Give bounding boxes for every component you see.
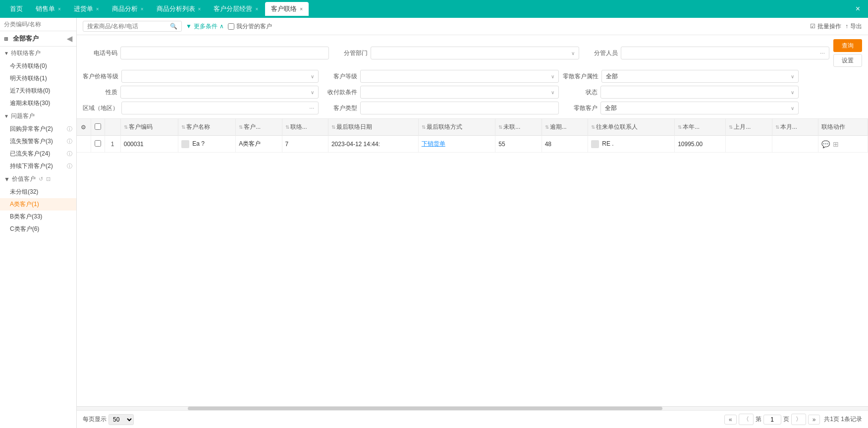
sidebar-section-pending[interactable]: ▼ 待联络客户	[0, 47, 76, 60]
phone-input[interactable]	[120, 47, 329, 59]
sidebar-item-b-class[interactable]: B类客户(33)	[0, 211, 76, 223]
sidebar-item-already-lost[interactable]: 已流失客户(24) ⓘ	[0, 148, 76, 160]
nav-tab-sales[interactable]: 销售单 ×	[30, 2, 67, 16]
query-button[interactable]: 查询	[833, 39, 862, 52]
select-all-checkbox[interactable]	[95, 123, 101, 130]
row-checkbox[interactable]	[95, 140, 101, 147]
customer-table: ⚙ ⇅客户编码 ⇅客户名称 ⇅客户... ⇅联络... ⇅最后联络日期 ⇅最后联…	[77, 119, 868, 153]
sidebar-item-7days[interactable]: 近7天待联络(0)	[0, 85, 76, 97]
region-input[interactable]: ···	[121, 102, 319, 114]
prev-unit-header[interactable]: ⇅往来单位联系人	[588, 119, 674, 136]
nav-tab-purchase[interactable]: 进货单 ×	[68, 2, 105, 16]
name-header[interactable]: ⇅客户名称	[178, 119, 235, 136]
close-customer-segment-icon[interactable]: ×	[255, 6, 258, 12]
row-checkbox-cell[interactable]	[91, 136, 105, 153]
this-month-sort-icon: ⇅	[775, 124, 779, 130]
first-page-button[interactable]: «	[724, 415, 737, 425]
gear-header[interactable]: ⚙	[77, 119, 91, 136]
per-page-select[interactable]: 10 20 50 100	[108, 414, 134, 425]
next-page-button[interactable]: 〉	[791, 414, 806, 425]
level-select[interactable]: ∨	[360, 70, 558, 83]
status-select[interactable]: ∨	[600, 86, 799, 99]
last-contact-way-header[interactable]: ⇅最后联络方式	[418, 119, 495, 136]
nav-tab-customer-contact[interactable]: 客户联络 ×	[265, 2, 309, 16]
page-number-input[interactable]	[763, 415, 781, 425]
sidebar-item-today[interactable]: 今天待联络(0)	[0, 60, 76, 72]
grid-action-icon[interactable]: ⊞	[833, 140, 839, 148]
sidebar-search-input[interactable]	[4, 21, 77, 28]
sidebar-item-overdue[interactable]: 逾期未联络(30)	[0, 97, 76, 109]
contact-header[interactable]: ⇅联络...	[282, 119, 328, 136]
close-sales-icon[interactable]: ×	[58, 6, 61, 12]
code-header[interactable]: ⇅客户编码	[120, 119, 178, 136]
last-page-button[interactable]: »	[808, 415, 820, 425]
close-analysis-icon[interactable]: ×	[141, 6, 144, 12]
sidebar-section-problem[interactable]: ▼ 问题客户	[0, 109, 76, 123]
manager-input[interactable]: ···	[621, 47, 829, 59]
filter-search-icon: 🔍	[170, 23, 177, 30]
retail-attr-select[interactable]: 全部 ∨	[601, 70, 799, 83]
nav-tab-home[interactable]: 首页	[4, 2, 29, 16]
last-month-header[interactable]: ⇅上月...	[726, 119, 772, 136]
filter-field-level: 客户等级 ∨	[323, 70, 558, 83]
last-way-link[interactable]: 下销货单	[422, 140, 445, 147]
price-level-dropdown-icon: ∨	[311, 74, 314, 79]
close-customer-contact-icon[interactable]: ×	[300, 6, 303, 12]
nature-select[interactable]: ∨	[120, 86, 319, 99]
my-customer-checkbox[interactable]: 我分管的客户	[228, 22, 272, 31]
close-analysis-list-icon[interactable]: ×	[198, 6, 201, 12]
filter-search-box[interactable]: 🔍	[83, 21, 182, 32]
sidebar-item-continue-down[interactable]: 持续下滑客户(2) ⓘ	[0, 160, 76, 172]
retail-select[interactable]: 全部 ∨	[600, 102, 799, 114]
sidebar-item-c-class[interactable]: C类客户(6)	[0, 223, 76, 235]
sidebar-item-tomorrow[interactable]: 明天待联络(1)	[0, 72, 76, 85]
filter-field-retail: 零散客户 全部 ∨	[563, 102, 799, 114]
export-button[interactable]: ↑ 导出	[845, 22, 862, 31]
cust-level-header[interactable]: ⇅客户...	[236, 119, 282, 136]
already-lost-label: 已流失客户(24)	[10, 150, 50, 158]
row-last-date-cell: 2023-04-12 14:44:	[328, 136, 418, 153]
row-cust-level-cell: A类客户	[236, 136, 282, 153]
nav-tab-analysis-list[interactable]: 商品分析列表 ×	[151, 2, 207, 16]
region-label: 区域（地区）	[83, 104, 118, 112]
sidebar: 🔍 ⊞ 全部客户 ◀ ▼ 待联络客户 今天待联络(0) 明天待联络(1) 近7天…	[0, 18, 77, 428]
checkbox-header[interactable]	[91, 119, 105, 136]
sidebar-item-lost-warning[interactable]: 流失预警客户(3) ⓘ	[0, 135, 76, 148]
nav-tab-customer-segment[interactable]: 客户分层经营 ×	[208, 2, 264, 16]
close-all-button[interactable]: ×	[852, 4, 864, 13]
nature-label: 性质	[83, 88, 117, 97]
no-contact-header[interactable]: ⇅未联...	[495, 119, 542, 136]
dept-select[interactable]: ∨	[371, 47, 579, 59]
my-customer-check[interactable]	[228, 23, 234, 30]
filter-search-input[interactable]	[87, 23, 168, 30]
more-filter-button[interactable]: ▼ 更多条件 ∧	[186, 22, 224, 31]
nav-tab-analysis[interactable]: 商品分析 ×	[106, 2, 150, 16]
sidebar-collapse-button[interactable]: ◀	[67, 35, 72, 43]
overdue-header[interactable]: ⇅逾期...	[542, 119, 588, 136]
more-filter-label: 更多条件	[194, 22, 217, 31]
sidebar-item-unclassified[interactable]: 未分组(32)	[0, 186, 76, 198]
value-refresh-icon[interactable]: ↺	[39, 176, 43, 182]
this-month-header[interactable]: ⇅本月...	[772, 119, 818, 136]
last-contact-date-header[interactable]: ⇅最后联络日期	[328, 119, 418, 136]
customer-segment-label: 客户分层经营	[214, 4, 252, 13]
prev-page-button[interactable]: 〈	[739, 414, 754, 425]
export-label: 导出	[850, 22, 862, 31]
cust-type-input[interactable]	[360, 102, 558, 114]
total-info: 共1页 1条记录	[824, 415, 862, 424]
analysis-list-label: 商品分析列表	[157, 4, 195, 13]
sidebar-section-value[interactable]: ▼ 价值客户 ↺ ⊡	[0, 172, 76, 186]
batch-op-button[interactable]: ☑ 批量操作	[810, 22, 841, 31]
repeat-buy-info-icon: ⓘ	[67, 125, 72, 133]
repeat-buy-label: 回购异常客户(2)	[10, 125, 53, 133]
sidebar-item-a-class[interactable]: A类客户(1)	[0, 198, 76, 211]
chat-icon[interactable]: 💬	[821, 140, 830, 148]
sidebar-item-repeat-buy[interactable]: 回购异常客户(2) ⓘ	[0, 123, 76, 135]
this-year-header[interactable]: ⇅本年...	[675, 119, 726, 136]
payment-select[interactable]: ∨	[360, 86, 558, 99]
price-level-select[interactable]: ∨	[121, 70, 319, 83]
filter-field-dept: 分管部门 ∨	[333, 47, 579, 59]
close-purchase-icon[interactable]: ×	[96, 6, 99, 12]
setting-button[interactable]: 设置	[833, 54, 862, 67]
value-add-icon[interactable]: ⊡	[46, 176, 51, 182]
